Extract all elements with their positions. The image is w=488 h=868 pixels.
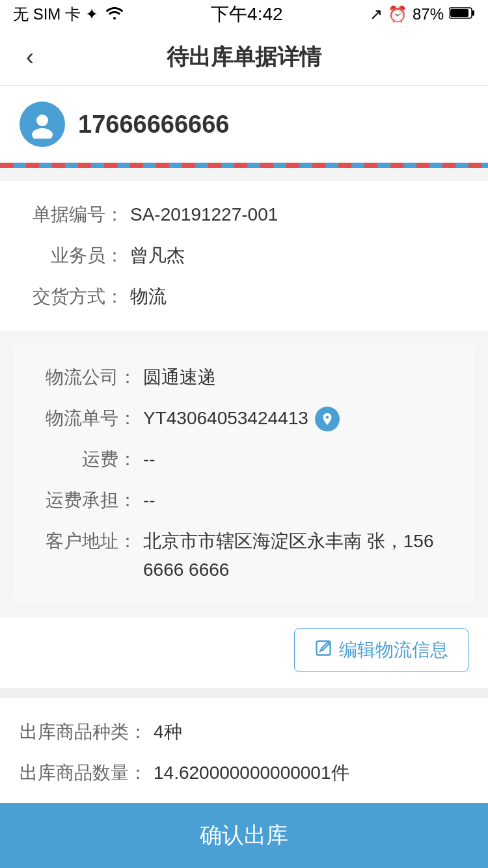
location-service-icon: ↗: [370, 5, 383, 23]
status-time: 下午4:42: [211, 2, 283, 27]
goods-types-value: 4种: [147, 718, 468, 747]
salesperson-label: 业务员：: [20, 241, 124, 271]
page-title: 待出库单据详情: [167, 42, 321, 72]
goods-quantity-value: 14.620000000000001件: [147, 759, 468, 788]
salesperson-value: 曾凡杰: [124, 241, 468, 271]
freight-bearer-label: 运费承担：: [33, 486, 137, 515]
dashed-divider: [0, 163, 488, 168]
freight-value: --: [137, 445, 455, 474]
page-content: 17666666666 单据编号： SA-20191227-001 业务员： 曾…: [0, 86, 488, 868]
goods-types-label: 出库商品种类：: [20, 718, 147, 747]
no-sim-text: 无 SIM 卡 ✦: [13, 4, 98, 25]
confirm-bar[interactable]: 确认出库: [0, 803, 488, 868]
logistics-tracking-row: 物流单号： YT43064053424413: [33, 404, 455, 433]
address-label: 客户地址：: [33, 527, 137, 556]
battery-icon: [449, 5, 475, 23]
freight-bearer-row: 运费承担： --: [33, 486, 455, 515]
status-left: 无 SIM 卡 ✦: [13, 4, 124, 25]
customer-header: 17666666666: [0, 86, 488, 163]
section-divider: [0, 688, 488, 698]
svg-point-4: [32, 128, 53, 139]
address-row: 客户地址： 北京市市辖区海淀区永丰南 张，156 6666 6666: [33, 527, 455, 586]
logistics-section: 物流公司： 圆通速递 物流单号： YT43064053424413 运费： --…: [13, 344, 475, 604]
confirm-button-label: 确认出库: [200, 821, 288, 850]
status-bar: 无 SIM 卡 ✦ 下午4:42 ↗ ⏰ 87%: [0, 0, 488, 29]
delivery-method-row: 交货方式： 物流: [20, 282, 468, 312]
svg-point-3: [36, 115, 48, 126]
goods-quantity-row: 出库商品数量： 14.620000000000001件: [20, 759, 468, 788]
logistics-company-value: 圆通速递: [137, 363, 455, 392]
back-button[interactable]: ‹: [20, 37, 40, 77]
status-right: ↗ ⏰ 87%: [370, 5, 475, 23]
delivery-method-label: 交货方式：: [20, 282, 124, 312]
edit-btn-row: 编辑物流信息: [0, 617, 488, 688]
document-no-label: 单据编号：: [20, 200, 124, 230]
nav-bar: ‹ 待出库单据详情: [0, 29, 488, 86]
tracking-location-icon[interactable]: [315, 407, 340, 431]
alarm-icon: ⏰: [388, 5, 407, 23]
svg-rect-1: [472, 10, 474, 16]
logistics-company-row: 物流公司： 圆通速递: [33, 363, 455, 392]
customer-phone: 17666666666: [78, 111, 229, 139]
battery-text: 87%: [413, 5, 444, 23]
freight-bearer-value: --: [137, 486, 455, 515]
edit-logistics-button[interactable]: 编辑物流信息: [294, 628, 468, 672]
document-no-value: SA-20191227-001: [124, 200, 468, 230]
freight-row: 运费： --: [33, 445, 455, 474]
address-value: 北京市市辖区海淀区永丰南 张，156 6666 6666: [137, 527, 455, 586]
logistics-company-label: 物流公司：: [33, 363, 137, 392]
avatar: [20, 102, 65, 147]
document-no-row: 单据编号： SA-20191227-001: [20, 200, 468, 230]
delivery-method-value: 物流: [124, 282, 468, 312]
salesperson-row: 业务员： 曾凡杰: [20, 241, 468, 271]
edit-logistics-label: 编辑物流信息: [339, 638, 448, 662]
goods-quantity-label: 出库商品数量：: [20, 759, 147, 788]
wifi-icon: [105, 5, 124, 23]
edit-icon: [314, 639, 332, 662]
order-info-section: 单据编号： SA-20191227-001 业务员： 曾凡杰 交货方式： 物流: [0, 181, 488, 331]
goods-types-row: 出库商品种类： 4种: [20, 718, 468, 747]
freight-label: 运费：: [33, 445, 137, 474]
goods-section: 出库商品种类： 4种 出库商品数量： 14.620000000000001件: [0, 698, 488, 807]
logistics-tracking-value: YT43064053424413: [137, 404, 455, 433]
svg-rect-2: [450, 9, 468, 17]
logistics-tracking-label: 物流单号：: [33, 404, 137, 433]
